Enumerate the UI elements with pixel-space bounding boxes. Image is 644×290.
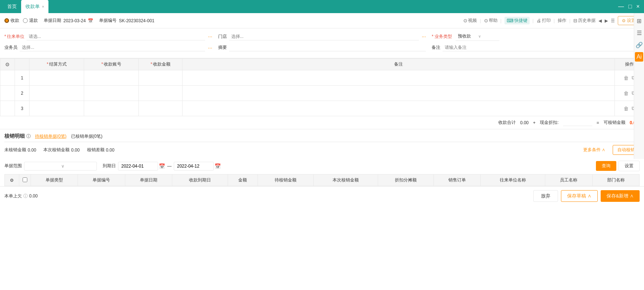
stat-unsettled-value: 0.00	[28, 148, 36, 153]
date-field: 单据日期 2023-03-24 📅	[44, 17, 93, 24]
discard-btn[interactable]: 放弃	[533, 190, 558, 202]
prev-icon[interactable]: ◀	[598, 18, 602, 23]
row1-num: 1	[15, 70, 30, 86]
close-tab-icon[interactable]: ×	[42, 0, 44, 13]
filter-date-from[interactable]	[118, 162, 158, 171]
row3-num: 3	[15, 101, 30, 116]
operation-btn[interactable]: 操作	[558, 17, 566, 24]
staff-more[interactable]: ···	[208, 45, 212, 51]
filter-date-field: 到期日 📅 — 📅	[103, 162, 221, 171]
filter-settings-btn[interactable]: 设置	[619, 161, 640, 171]
col-num-header	[15, 59, 30, 70]
radio-receive[interactable]: 收款	[4, 17, 19, 24]
date-to-icon[interactable]: 📅	[215, 163, 221, 169]
settled-tab[interactable]: 已核销单据(0笔)	[71, 133, 103, 140]
row2-settings	[0, 86, 15, 101]
bt-settings-icon[interactable]: ⚙	[10, 178, 14, 183]
row1-delete-btn[interactable]: 🗑	[623, 74, 629, 82]
sidebar-link-icon[interactable]: 🔗	[634, 40, 644, 50]
counterparty-input[interactable]	[27, 33, 205, 40]
shortcut-btn[interactable]: ⌨ 快捷键	[504, 17, 530, 24]
filter-range-label: 单据范围	[4, 163, 22, 169]
stat-diff-label: 核销差额	[87, 147, 105, 153]
video-btn[interactable]: ⊙ 视频	[463, 17, 477, 24]
active-tab[interactable]: 收款单 ×	[21, 0, 48, 13]
row1-settings	[0, 70, 15, 86]
calendar-icon[interactable]: 📅	[88, 18, 93, 23]
balance-info-icon[interactable]: ⓘ	[23, 193, 28, 199]
col-amount-header: 收款金额	[139, 59, 182, 70]
bt-col-settings-header[interactable]: ⚙	[5, 175, 19, 186]
sidebar-table-icon[interactable]: ⊞	[635, 16, 643, 26]
row2-num: 2	[15, 86, 30, 101]
window-min-icon[interactable]: —	[617, 3, 625, 11]
row3-amount[interactable]	[139, 101, 182, 116]
bt-select-all[interactable]	[23, 177, 27, 182]
save-new-btn[interactable]: 保存&新增 ∧	[601, 190, 640, 202]
equals-sign: =	[597, 120, 599, 125]
plus-sign: +	[533, 120, 535, 125]
store-input[interactable]	[229, 33, 419, 40]
business-type-select[interactable]: 预收款 ∨	[456, 32, 499, 41]
sidebar-list-icon[interactable]: ☰	[635, 28, 643, 38]
remarks-input[interactable]	[443, 44, 640, 51]
print-btn[interactable]: 🖨 打印	[537, 17, 551, 24]
history-btn[interactable]: ⊟ 历史单据	[573, 17, 596, 24]
col-settings-header[interactable]: ⚙	[0, 59, 15, 70]
bt-col-date-header: 单据日期	[125, 175, 172, 186]
form-area: 往来单位 ··· 门店 ··· * 业务类型 预收款 ∨ 业务员 ··	[0, 28, 644, 58]
more-conditions-btn[interactable]: 更多条件 ∧	[583, 147, 605, 153]
section-info-icon[interactable]: ⓘ	[26, 134, 31, 139]
footer-right: 放弃 保存草稿 ∧ 保存&新增 ∧	[533, 190, 640, 202]
col-method-header: 结算方式	[30, 59, 84, 70]
staff-input[interactable]	[20, 44, 205, 51]
table-wrapper: ⚙ 结算方式 收款账号 收款金额 备注 操作 1	[0, 58, 644, 116]
filter-range-arrow: ∨	[61, 164, 94, 169]
row3-account[interactable]	[84, 101, 139, 116]
row3-note[interactable]	[182, 101, 615, 116]
discount-input[interactable]	[563, 119, 592, 126]
radio-refund[interactable]: 退款	[23, 17, 38, 24]
row2-note[interactable]	[182, 86, 615, 101]
menu-icon[interactable]: ☰	[611, 18, 615, 23]
filter-range-select[interactable]: ∨	[24, 162, 97, 171]
row3-delete-btn[interactable]: 🗑	[623, 105, 629, 112]
stat-diff: 核销差额 0.00	[87, 147, 114, 153]
row2-delete-btn[interactable]: 🗑	[623, 90, 629, 97]
table-settings-icon[interactable]: ⚙	[5, 62, 10, 67]
available-label: 可核销金额	[604, 119, 625, 126]
right-sidebar: ⊞ ☰ 🔗 Ai	[634, 13, 644, 159]
query-btn[interactable]: 查询	[596, 161, 616, 171]
home-tab[interactable]: 首页	[3, 0, 21, 13]
filter-right: 查询 设置	[596, 161, 640, 171]
row1-amount[interactable]	[139, 70, 182, 86]
next-icon[interactable]: ▶	[605, 18, 608, 23]
summary-input[interactable]	[229, 44, 426, 51]
row2-method[interactable]	[30, 86, 84, 101]
row1-account[interactable]	[84, 70, 139, 86]
counterparty-more[interactable]: ···	[208, 34, 212, 39]
radio-refund-label: 退款	[29, 17, 38, 24]
window-max-icon[interactable]: □	[627, 3, 633, 11]
toolbar-right: ⊙ 视频 | ⊙ 帮助 | ⌨ 快捷键 | 🖨 打印 | 操作 |	[463, 16, 640, 25]
filter-date-to[interactable]	[174, 162, 214, 171]
bottom-table-wrapper: ⚙ 单据类型 单据编号 单据日期 收款到期日 金额 待核销金额 本次核销金额 折…	[4, 174, 640, 186]
sidebar-ai-icon[interactable]: Ai	[635, 52, 643, 62]
pending-tab[interactable]: 待核销单据(0笔)	[35, 133, 67, 140]
row1-note[interactable]	[182, 70, 615, 86]
active-tab-label: 收款单	[25, 0, 40, 13]
row2-amount[interactable]	[139, 86, 182, 101]
col-account-header: 收款账号	[84, 59, 139, 70]
discount-label: 现金折扣:	[540, 119, 558, 126]
draft-btn[interactable]: 保存草稿 ∧	[561, 190, 598, 202]
window-close-icon[interactable]: ×	[635, 3, 641, 11]
row1-method[interactable]	[30, 70, 84, 86]
store-field: 门店 ···	[218, 33, 426, 40]
stat-unsettled-label: 未核销金额	[4, 147, 26, 153]
help-btn[interactable]: ⊙ 帮助	[484, 17, 498, 24]
store-more[interactable]: ···	[422, 34, 426, 39]
row3-method[interactable]	[30, 101, 84, 116]
date-from-icon[interactable]: 📅	[159, 163, 165, 169]
balance-value: 0.00	[29, 193, 38, 199]
row2-account[interactable]	[84, 86, 139, 101]
